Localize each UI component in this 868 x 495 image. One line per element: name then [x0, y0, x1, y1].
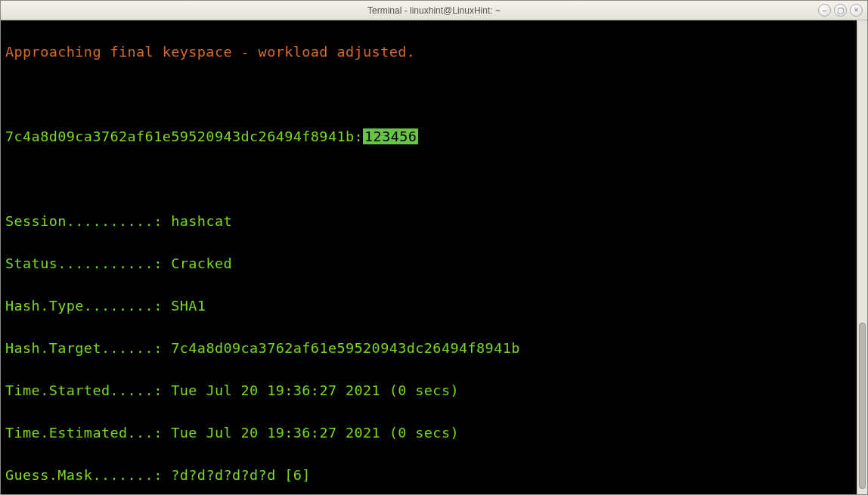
window-title: Terminal - linuxhint@LinuxHint: ~ [367, 5, 501, 16]
scrollbar-thumb[interactable] [859, 323, 866, 489]
session-line: Session..........: hashcat [5, 211, 863, 232]
guess-mask-line: Guess.Mask.......: ?d?d?d?d?d?d [6] [5, 465, 863, 486]
terminal-window: Terminal - linuxhint@LinuxHint: ~ – ▢ × … [0, 0, 868, 495]
minimize-icon[interactable]: – [818, 4, 831, 17]
status-label: Status...........: [5, 255, 171, 271]
time-est-label: Time.Estimated...: [5, 425, 171, 441]
hash-type-line: Hash.Type........: SHA1 [5, 295, 863, 317]
time-started-line: Time.Started.....: Tue Jul 20 19:36:27 2… [5, 380, 863, 401]
hash-target-label: Hash.Target......: [5, 340, 171, 356]
blank-line [5, 169, 863, 190]
terminal-output[interactable]: Approaching final keyspace - workload ad… [1, 20, 867, 494]
hash-target-value: 7c4a8d09ca3762af61e59520943dc26494f8941b [171, 340, 520, 356]
session-label: Session..........: [5, 213, 171, 229]
maximize-icon[interactable]: ▢ [834, 4, 847, 17]
window-controls: – ▢ × [818, 4, 863, 17]
status-value: Cracked [171, 255, 232, 271]
guess-mask-value: ?d?d?d?d?d?d [6] [171, 467, 311, 483]
time-est-line: Time.Estimated...: Tue Jul 20 19:36:27 2… [5, 422, 863, 444]
result-plaintext: 123456 [363, 128, 418, 144]
warning-line: Approaching final keyspace - workload ad… [5, 42, 863, 63]
time-started-value: Tue Jul 20 19:36:27 2021 (0 secs) [171, 382, 459, 398]
guess-mask-label: Guess.Mask.......: [5, 467, 171, 483]
time-started-label: Time.Started.....: [5, 382, 171, 398]
scrollbar[interactable] [857, 20, 867, 494]
status-line: Status...........: Cracked [5, 253, 863, 274]
blank-line [5, 84, 863, 105]
session-value: hashcat [171, 213, 232, 229]
crack-result-line: 7c4a8d09ca3762af61e59520943dc26494f8941b… [5, 126, 863, 147]
titlebar: Terminal - linuxhint@LinuxHint: ~ – ▢ × [1, 1, 867, 20]
hash-type-label: Hash.Type........: [5, 298, 171, 314]
close-icon[interactable]: × [850, 4, 863, 17]
result-hash: 7c4a8d09ca3762af61e59520943dc26494f8941b… [5, 128, 363, 144]
hash-target-line: Hash.Target......: 7c4a8d09ca3762af61e59… [5, 338, 863, 359]
hash-type-value: SHA1 [171, 298, 206, 314]
time-est-value: Tue Jul 20 19:36:27 2021 (0 secs) [171, 425, 459, 441]
